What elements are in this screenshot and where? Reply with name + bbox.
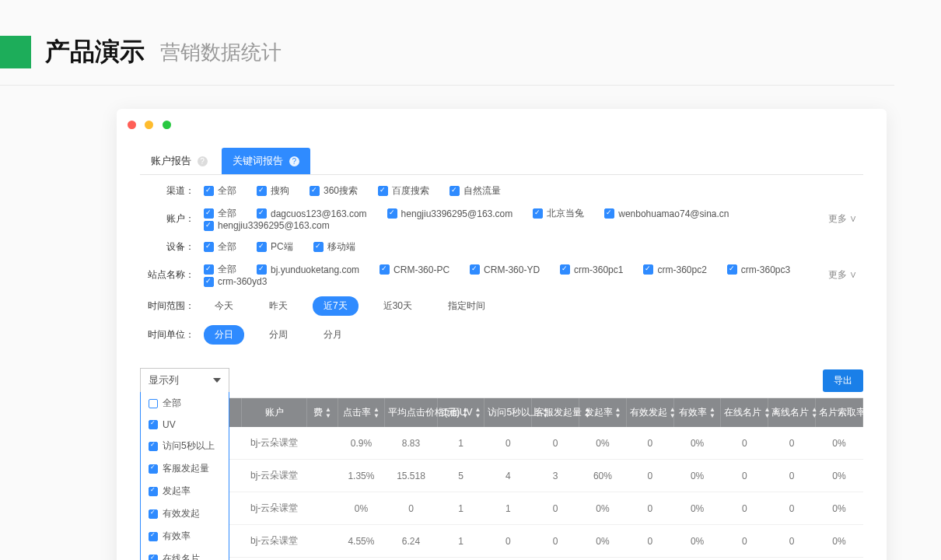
export-button[interactable]: 导出 bbox=[823, 369, 863, 392]
close-icon[interactable] bbox=[128, 121, 136, 129]
time-option[interactable]: 指定时间 bbox=[437, 296, 496, 316]
table-cell: 0% bbox=[579, 525, 627, 558]
table-cell bbox=[307, 427, 338, 460]
sort-icon[interactable] bbox=[542, 407, 548, 419]
sort-icon[interactable] bbox=[764, 407, 770, 419]
sort-icon[interactable] bbox=[709, 407, 715, 419]
data-table-wrap: 账户费点击率平均点击价格(元)页面UV访问5秒以上客服发起量发起率有效发起有效率… bbox=[140, 397, 863, 560]
filter-checkbox[interactable]: dagcuos123@163.com bbox=[257, 208, 367, 219]
checkbox-icon bbox=[204, 277, 214, 287]
filter-label: 时间单位： bbox=[140, 328, 194, 341]
table-cell: 0 bbox=[626, 492, 673, 525]
time-option[interactable]: 分日 bbox=[204, 325, 244, 345]
column-header[interactable]: 在线名片 bbox=[721, 398, 768, 427]
filter-checkbox[interactable]: CRM-360-YD bbox=[470, 264, 540, 275]
filter-checkbox[interactable]: crm-360pc1 bbox=[560, 264, 623, 275]
column-header[interactable]: 有效率 bbox=[673, 398, 721, 427]
column-option[interactable]: 全部 bbox=[141, 392, 229, 415]
column-option[interactable]: 客服发起量 bbox=[141, 457, 229, 480]
table-cell: 0% bbox=[338, 558, 385, 561]
table-cell: 0 bbox=[721, 525, 768, 558]
filter-checkbox[interactable]: hengjiu3396295@163.com bbox=[387, 208, 513, 219]
tab-account-report[interactable]: 账户报告 ? bbox=[140, 148, 219, 174]
filter-checkbox[interactable]: bj.yunduoketang.com bbox=[257, 264, 359, 275]
time-option[interactable]: 昨天 bbox=[258, 296, 299, 316]
column-select-menu: 全部UV访问5秒以上客服发起量发起率有效发起有效率在线名片离线名片名片索取率有效… bbox=[140, 392, 229, 560]
filter-label: 账户： bbox=[140, 212, 194, 226]
table-cell: 0 bbox=[768, 492, 816, 525]
column-header[interactable]: 客服发起量 bbox=[532, 398, 579, 427]
table-row: 度bj-云朵课堂4.55%6.241000%00%000% bbox=[140, 525, 863, 558]
sort-icon[interactable] bbox=[325, 407, 331, 419]
column-option[interactable]: 有效发起 bbox=[141, 502, 229, 525]
column-header[interactable]: 点击率 bbox=[338, 398, 385, 427]
filter-checkbox[interactable]: 搜狗 bbox=[257, 184, 289, 198]
filter-checkbox[interactable]: wenbohuamao74@sina.cn bbox=[604, 208, 729, 219]
filter-checkbox[interactable]: PC端 bbox=[257, 240, 293, 254]
sort-icon[interactable] bbox=[615, 407, 621, 419]
column-header[interactable]: 页面UV bbox=[437, 398, 484, 427]
sort-icon[interactable] bbox=[462, 407, 468, 419]
time-option[interactable]: 分周 bbox=[258, 325, 299, 345]
sort-icon[interactable] bbox=[811, 407, 817, 419]
time-option[interactable]: 近7天 bbox=[313, 296, 359, 316]
filter-checkbox[interactable]: crm-360pc2 bbox=[643, 264, 706, 275]
help-icon[interactable]: ? bbox=[198, 156, 208, 166]
checkbox-icon bbox=[560, 264, 570, 275]
filter-checkbox[interactable]: CRM-360-PC bbox=[380, 264, 450, 275]
time-option[interactable]: 分月 bbox=[313, 325, 353, 345]
column-header[interactable]: 名片索取率 bbox=[816, 398, 863, 427]
minimize-icon[interactable] bbox=[145, 121, 153, 129]
filter-checkbox[interactable]: 移动端 bbox=[313, 240, 355, 254]
column-header[interactable]: 费 bbox=[307, 398, 338, 427]
checkbox-icon bbox=[313, 242, 324, 252]
filter-checkbox[interactable]: 全部 bbox=[204, 207, 236, 220]
checkbox-label: crm-360pc1 bbox=[574, 264, 623, 275]
column-header[interactable]: 离线名片 bbox=[768, 398, 816, 427]
time-option[interactable]: 今天 bbox=[204, 296, 244, 316]
column-header[interactable]: 平均点击价格(元) bbox=[385, 398, 437, 427]
table-cell: 0 bbox=[768, 427, 816, 460]
filter-checkbox[interactable]: 北京当兔 bbox=[533, 207, 584, 220]
checkbox-icon bbox=[380, 264, 390, 275]
more-toggle[interactable]: 更多 ∨ bbox=[828, 212, 863, 226]
column-option[interactable]: 有效率 bbox=[141, 525, 229, 548]
filter-checkbox[interactable]: crm-360pc3 bbox=[727, 264, 790, 275]
column-header[interactable]: 访问5秒以上 bbox=[484, 398, 532, 427]
time-option[interactable]: 近30天 bbox=[373, 296, 423, 316]
table-cell: bj-云朵课堂 bbox=[241, 525, 307, 558]
more-toggle[interactable]: 更多 ∨ bbox=[828, 268, 863, 282]
filter-checkbox[interactable]: 全部 bbox=[204, 184, 236, 198]
sort-icon[interactable] bbox=[474, 407, 481, 419]
maximize-icon[interactable] bbox=[163, 121, 171, 129]
column-option[interactable]: UV bbox=[141, 415, 229, 435]
table-cell: 5 bbox=[437, 460, 484, 492]
tab-keyword-report[interactable]: 关键词报告 ? bbox=[222, 148, 310, 174]
column-option[interactable]: 在线名片 bbox=[141, 548, 229, 560]
sort-icon[interactable] bbox=[584, 407, 590, 419]
column-header[interactable]: 有效发起 bbox=[626, 398, 673, 427]
column-select-dropdown[interactable]: 显示列 全部UV访问5秒以上客服发起量发起率有效发起有效率在线名片离线名片名片索… bbox=[140, 368, 229, 393]
filter-checkbox[interactable]: 全部 bbox=[204, 240, 236, 254]
filter-checkbox[interactable]: 360搜索 bbox=[310, 184, 358, 198]
table-cell: bj-云朵课堂 bbox=[241, 558, 307, 561]
sort-icon[interactable] bbox=[373, 407, 380, 419]
table-cell: 0 bbox=[532, 558, 579, 561]
column-option[interactable]: 访问5秒以上 bbox=[141, 435, 229, 457]
filter-checkbox[interactable]: 自然流量 bbox=[450, 184, 501, 198]
filter-checkbox[interactable]: hengjiu3396295@163.com bbox=[204, 220, 330, 231]
filter-checkbox[interactable]: 全部 bbox=[204, 263, 236, 276]
sort-icon[interactable] bbox=[670, 407, 676, 419]
column-header[interactable]: 账户 bbox=[241, 398, 307, 427]
table-cell: 0 bbox=[768, 525, 816, 558]
report-tabs: 账户报告 ? 关键词报告 ? bbox=[140, 148, 863, 175]
help-icon[interactable]: ? bbox=[289, 156, 299, 166]
checkbox-label: 移动端 bbox=[327, 240, 355, 254]
tab-label: 关键词报告 bbox=[233, 155, 283, 166]
filter-checkbox[interactable]: crm-360yd3 bbox=[204, 276, 267, 287]
filter-checkbox[interactable]: 百度搜索 bbox=[378, 184, 429, 198]
app-window: 账户报告 ? 关键词报告 ? 渠道： 全部搜狗360搜索百度搜索自然流量 账户：… bbox=[117, 109, 887, 560]
table-cell: 0 bbox=[721, 558, 768, 561]
column-option[interactable]: 发起率 bbox=[141, 480, 229, 502]
checkbox-icon bbox=[204, 264, 214, 275]
